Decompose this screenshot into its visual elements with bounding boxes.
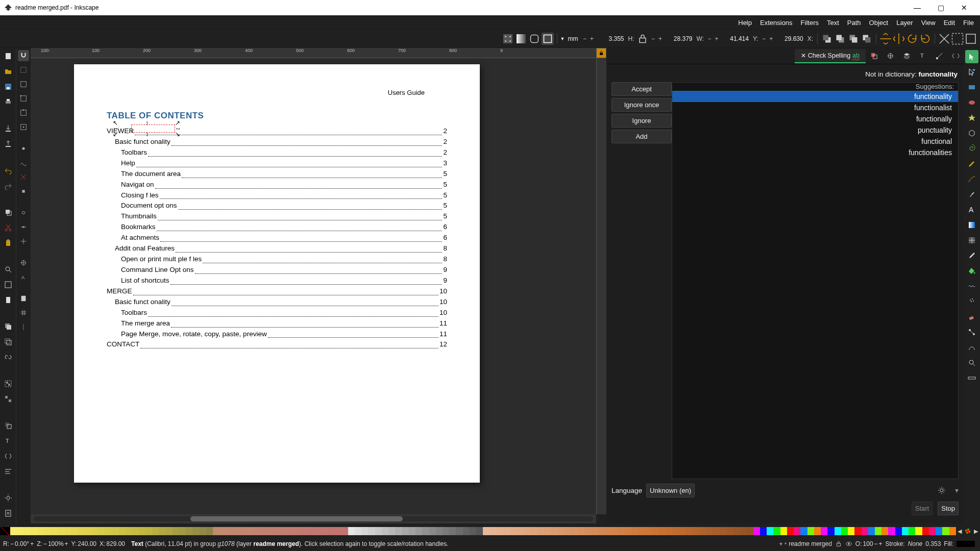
color-swatch[interactable] xyxy=(699,527,706,535)
color-swatch[interactable] xyxy=(936,527,942,535)
w-value[interactable]: 28.379 xyxy=(665,35,695,42)
new-doc-icon[interactable] xyxy=(3,51,13,61)
dock-tab-close-icon[interactable]: ✕ xyxy=(801,52,806,59)
flip-h-icon[interactable] xyxy=(893,33,905,45)
color-swatch[interactable] xyxy=(881,527,888,535)
snap-rotation-icon[interactable] xyxy=(18,257,29,268)
color-swatch[interactable] xyxy=(591,527,598,535)
zoom-drawing-icon[interactable] xyxy=(3,280,13,290)
group-icon[interactable] xyxy=(3,379,13,389)
color-swatch[interactable] xyxy=(895,527,902,535)
color-swatch[interactable] xyxy=(875,527,881,535)
prefs-chevron-icon[interactable]: ▾ xyxy=(955,486,959,494)
color-swatch[interactable] xyxy=(227,527,233,535)
color-swatch[interactable] xyxy=(58,527,64,535)
w-dec[interactable]: − xyxy=(650,34,657,44)
color-swatch[interactable] xyxy=(173,527,179,535)
flip-v-icon[interactable] xyxy=(879,33,892,45)
menu-path[interactable]: Path xyxy=(843,17,865,29)
y-dec[interactable]: − xyxy=(706,34,713,44)
color-swatch[interactable] xyxy=(307,527,314,535)
color-swatch[interactable] xyxy=(138,527,145,535)
color-swatch[interactable] xyxy=(334,527,341,535)
color-swatch[interactable] xyxy=(253,527,260,535)
stroke-width[interactable]: 0.353 xyxy=(925,540,941,547)
color-swatch[interactable] xyxy=(375,527,382,535)
ellipse-tool[interactable] xyxy=(965,96,978,109)
color-swatch[interactable] xyxy=(125,527,132,535)
selection-box[interactable] xyxy=(131,124,175,133)
pen-tool[interactable] xyxy=(965,157,978,170)
color-swatch[interactable] xyxy=(780,527,787,535)
x-value[interactable]: 29.630 xyxy=(776,35,805,42)
snap-bbox-edge-icon[interactable] xyxy=(18,79,29,90)
color-swatch[interactable] xyxy=(713,527,719,535)
color-swatch[interactable] xyxy=(219,527,226,535)
color-swatch[interactable] xyxy=(618,527,625,535)
unlink-clone-icon[interactable] xyxy=(3,352,13,362)
snap-bbox-corner-icon[interactable] xyxy=(18,93,29,104)
color-swatch[interactable] xyxy=(85,527,91,535)
snap-guide-icon[interactable] xyxy=(18,321,29,333)
y-value[interactable]: 41.414 xyxy=(721,35,751,42)
color-swatch[interactable] xyxy=(206,527,213,535)
color-swatch[interactable] xyxy=(706,527,713,535)
no-color-swatch[interactable] xyxy=(0,527,10,535)
color-swatch[interactable] xyxy=(456,527,462,535)
color-swatch[interactable] xyxy=(443,527,449,535)
transform-pattern-icon[interactable] xyxy=(502,33,514,45)
suggestion-item[interactable]: functionally xyxy=(672,113,958,124)
color-swatch[interactable] xyxy=(260,527,267,535)
menu-view[interactable]: View xyxy=(917,17,940,29)
stop-button[interactable]: Stop xyxy=(938,502,959,515)
color-swatch[interactable] xyxy=(78,527,84,535)
color-swatch[interactable] xyxy=(794,527,800,535)
color-swatch[interactable] xyxy=(368,527,375,535)
color-swatch[interactable] xyxy=(652,527,658,535)
color-swatch[interactable] xyxy=(773,527,780,535)
color-swatch[interactable] xyxy=(524,527,530,535)
color-swatch[interactable] xyxy=(17,527,23,535)
color-swatch[interactable] xyxy=(233,527,240,535)
color-swatch[interactable] xyxy=(645,527,652,535)
unit-selector[interactable]: mm xyxy=(566,35,580,42)
dropper-tool[interactable] xyxy=(965,249,978,262)
color-swatch[interactable] xyxy=(361,527,368,535)
deselect-icon[interactable] xyxy=(938,33,950,45)
color-swatch[interactable] xyxy=(854,527,861,535)
color-swatch[interactable] xyxy=(382,527,388,535)
preferences-icon[interactable] xyxy=(935,483,949,497)
import-icon[interactable] xyxy=(3,123,13,134)
raise-icon[interactable] xyxy=(847,33,860,45)
horizontal-scrollbar[interactable] xyxy=(31,514,596,523)
color-swatch[interactable] xyxy=(200,527,206,535)
color-swatch[interactable] xyxy=(611,527,618,535)
snap-bbox-center-icon[interactable] xyxy=(18,121,29,133)
menu-object[interactable]: Object xyxy=(865,17,893,29)
lower-icon[interactable] xyxy=(834,33,846,45)
color-swatch[interactable] xyxy=(388,527,395,535)
x-inc[interactable]: + xyxy=(768,34,775,44)
palette-menu-icon[interactable]: ▶ xyxy=(972,528,980,535)
color-swatch[interactable] xyxy=(159,527,165,535)
color-swatch[interactable] xyxy=(726,527,733,535)
color-swatch[interactable] xyxy=(888,527,895,535)
add-button[interactable]: Add xyxy=(611,130,672,143)
color-swatch[interactable] xyxy=(666,527,672,535)
select-all-layers-icon[interactable] xyxy=(965,33,977,45)
measure-tool[interactable] xyxy=(965,371,978,385)
color-swatch[interactable] xyxy=(98,527,105,535)
transform-gradient-icon[interactable] xyxy=(515,33,527,45)
redo-icon[interactable] xyxy=(3,181,13,191)
palette-picker-icon[interactable] xyxy=(965,529,970,534)
palette-scroll-left[interactable]: ◀ xyxy=(955,528,964,535)
color-swatch[interactable] xyxy=(179,527,186,535)
color-swatch[interactable] xyxy=(598,527,604,535)
snap-bbox-mid-icon[interactable] xyxy=(18,107,29,118)
suggestion-item[interactable]: punctuality xyxy=(672,124,958,136)
y-inc[interactable]: + xyxy=(713,34,720,44)
raise-top-icon[interactable] xyxy=(861,33,873,45)
minimize-button[interactable]: ― xyxy=(905,0,929,15)
tweak-tool[interactable] xyxy=(965,280,978,293)
color-swatch[interactable] xyxy=(571,527,577,535)
